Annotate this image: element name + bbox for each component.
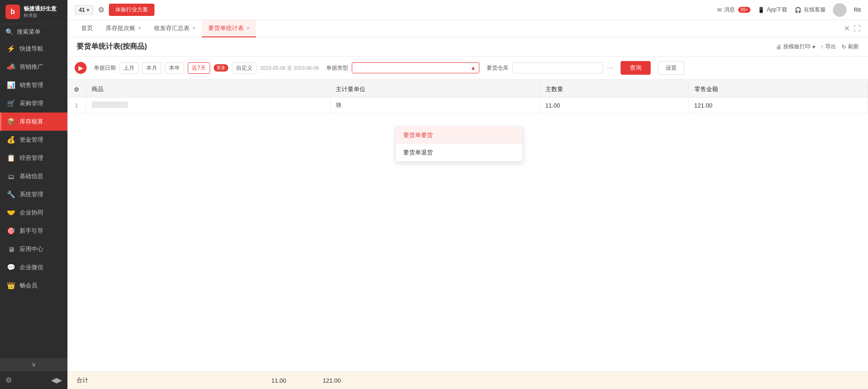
- type-chevron-up-icon[interactable]: ▲: [470, 65, 476, 71]
- promote-button[interactable]: 体验行业方案: [109, 4, 154, 16]
- refresh-label: 刷新: [848, 43, 859, 51]
- refresh-icon: ↻: [842, 44, 846, 50]
- cell-num-0: 1: [67, 97, 86, 113]
- export-button[interactable]: ↑ 导出: [821, 43, 836, 51]
- print-icon: 🖨: [776, 44, 781, 50]
- table-footer: 合计 11.00 121.00: [67, 371, 868, 389]
- print-label: 按模板打印: [783, 43, 811, 51]
- tab-close-recv-send-summary[interactable]: ×: [192, 26, 195, 31]
- user-avatar[interactable]: [833, 3, 847, 17]
- online-service-action[interactable]: 🎧 在线客服: [795, 6, 826, 14]
- nav-label-base-info: 基础信息: [20, 172, 43, 180]
- cell-amount-0: 121.00: [688, 97, 868, 113]
- tenant-switcher[interactable]: 41 ▾: [75, 5, 93, 15]
- nav-label-enterprise-collab: 企业协同: [20, 209, 43, 217]
- cell-product-0: [86, 97, 330, 113]
- tab-inventory-batch[interactable]: 库存批次账×: [99, 20, 148, 37]
- app-download-label: App下载: [767, 6, 787, 14]
- nav-icon-system-mgmt: 🔧: [7, 190, 15, 199]
- nav-label-finance-mgmt: 资金管理: [20, 136, 43, 144]
- app-title: 畅捷通好生意 标准版: [24, 5, 56, 19]
- sidebar-nav: 📣 营销推广 📊 销售管理 🛒 采购管理 📦 库存核算 💰 资金管理 📋 经营管…: [0, 58, 67, 358]
- page-actions: 🖨 按模板打印 ▾ ↑ 导出 ↻ 刷新: [776, 43, 859, 51]
- tab-label-inventory-batch: 库存批次账: [106, 24, 135, 32]
- sidebar-item-enterprise-wechat[interactable]: 💬 企业微信: [0, 258, 67, 276]
- collapse-icon[interactable]: ◀▶: [51, 376, 62, 384]
- type-filter-input[interactable]: [352, 62, 479, 73]
- tabs-bar: 首页库存批次账×收发存汇总表×要货单统计表× ✕ ⛶: [67, 20, 868, 37]
- dropdown-item-order-return[interactable]: 要货单退货: [396, 144, 523, 161]
- table-row: 1 块 11.00 121.00: [67, 97, 868, 113]
- tabs-controls: ✕ ⛶: [844, 24, 861, 33]
- warehouse-more-icon[interactable]: ···: [607, 64, 613, 72]
- sidebar-item-marketing-promote[interactable]: 📣 营销推广: [0, 58, 67, 76]
- date-last-7days-btn[interactable]: 近7天: [188, 62, 210, 74]
- topbar-right: ✉ 消息 99+ 📱 App下载 🎧 在线客服 Rit: [717, 3, 861, 17]
- sidebar: b 畅捷通好生意 标准版 🔍 搜索菜单 ⚡ 快捷导航 📣 营销推广 📊 销售管理…: [0, 0, 67, 389]
- date-more-badge[interactable]: 更多: [214, 64, 228, 72]
- query-button[interactable]: 查询: [621, 61, 651, 75]
- filter-expand-button[interactable]: ▶: [75, 62, 87, 74]
- data-table: ⚙ 商品 主计量单位 主数量 零售金额 1 块 11.00 121.00: [67, 82, 868, 113]
- tab-label-home: 首页: [81, 24, 93, 32]
- expand-icon: ▶: [78, 64, 83, 72]
- close-all-tabs-button[interactable]: ✕: [844, 24, 850, 33]
- sidebar-item-enterprise-collab[interactable]: 🤝 企业协同: [0, 204, 67, 222]
- tab-close-inventory-batch[interactable]: ×: [138, 26, 141, 31]
- headset-icon: 🎧: [795, 7, 801, 13]
- date-custom-btn[interactable]: 自定义: [232, 62, 257, 74]
- topbar: 41 ▾ ⚙ 体验行业方案 ✉ 消息 99+ 📱 App下载 🎧 在线客服 Ri…: [67, 0, 868, 20]
- tab-close-order-summary[interactable]: ×: [247, 26, 250, 31]
- export-label: 导出: [825, 43, 836, 51]
- sidebar-item-beginner-guide[interactable]: 🎯 新手引导: [0, 222, 67, 240]
- topbar-gear-icon[interactable]: ⚙: [98, 5, 104, 14]
- sidebar-scroll-down[interactable]: ∨: [0, 358, 67, 371]
- sidebar-header: b 畅捷通好生意 标准版: [0, 0, 67, 24]
- sidebar-item-system-mgmt[interactable]: 🔧 系统管理: [0, 185, 67, 204]
- sidebar-item-sales-mgmt[interactable]: 📊 销售管理: [0, 76, 67, 94]
- warehouse-filter-input[interactable]: [512, 62, 603, 73]
- nav-label-marketing-promote: 营销推广: [20, 63, 43, 71]
- table-container: ⚙ 商品 主计量单位 主数量 零售金额 1 块 11.00 121.00: [67, 82, 868, 371]
- tab-home[interactable]: 首页: [75, 20, 99, 37]
- col-settings[interactable]: ⚙: [67, 82, 86, 97]
- nav-icon-marketing-promote: 📣: [7, 63, 15, 71]
- sidebar-item-member[interactable]: 👑 畅会员: [0, 276, 67, 295]
- sidebar-search-btn[interactable]: 🔍 搜索菜单: [0, 24, 67, 40]
- sidebar-item-purchase-mgmt[interactable]: 🛒 采购管理: [0, 94, 67, 113]
- app-logo: b: [5, 5, 20, 19]
- date-this-year-btn[interactable]: 本年: [165, 62, 184, 74]
- message-action[interactable]: ✉ 消息 99+: [717, 6, 750, 14]
- col-amount: 零售金额: [688, 82, 868, 97]
- quick-nav-icon: ⚡: [7, 45, 15, 53]
- sidebar-item-finance-mgmt[interactable]: 💰 资金管理: [0, 131, 67, 149]
- date-this-month-btn[interactable]: 本月: [142, 62, 161, 74]
- nav-icon-sales-mgmt: 📊: [7, 81, 15, 89]
- nav-label-sales-mgmt: 销售管理: [20, 81, 43, 89]
- nav-icon-member: 👑: [7, 282, 15, 290]
- sidebar-item-ops-mgmt[interactable]: 📋 经营管理: [0, 149, 67, 167]
- expand-tabs-button[interactable]: ⛶: [853, 25, 861, 33]
- sidebar-item-base-info[interactable]: 🗂 基础信息: [0, 167, 67, 185]
- col-unit: 主计量单位: [330, 82, 539, 97]
- nav-label-app-center: 应用中心: [20, 245, 43, 253]
- date-last-month-btn[interactable]: 上月: [119, 62, 139, 74]
- nav-icon-inventory-calc: 📦: [7, 118, 15, 126]
- footer-qty: 11.00: [236, 377, 295, 384]
- type-dropdown: 要货单要货 要货单退货: [395, 126, 523, 162]
- sidebar-item-app-center[interactable]: 🖥 应用中心: [0, 240, 67, 258]
- tab-recv-send-summary[interactable]: 收发存汇总表×: [148, 20, 202, 37]
- footer-total-label: 合计: [73, 376, 190, 384]
- sidebar-item-quick-nav[interactable]: ⚡ 快捷导航: [0, 40, 67, 58]
- app-download-action[interactable]: 📱 App下载: [758, 6, 787, 14]
- refresh-button[interactable]: ↻ 刷新: [842, 43, 859, 51]
- print-button[interactable]: 🖨 按模板打印 ▾: [776, 43, 815, 51]
- tab-order-summary[interactable]: 要货单统计表×: [202, 20, 256, 37]
- settings-filter-button[interactable]: 设置: [658, 61, 684, 75]
- dropdown-item-order-goods[interactable]: 要货单要货: [396, 127, 523, 144]
- type-filter-label: 单据类型: [326, 64, 348, 72]
- settings-icon[interactable]: ⚙: [5, 376, 12, 384]
- quick-nav-label: 快捷导航: [20, 45, 43, 53]
- sidebar-item-inventory-calc[interactable]: 📦 库存核算: [0, 113, 67, 131]
- warehouse-filter-label: 要货仓库: [487, 64, 508, 72]
